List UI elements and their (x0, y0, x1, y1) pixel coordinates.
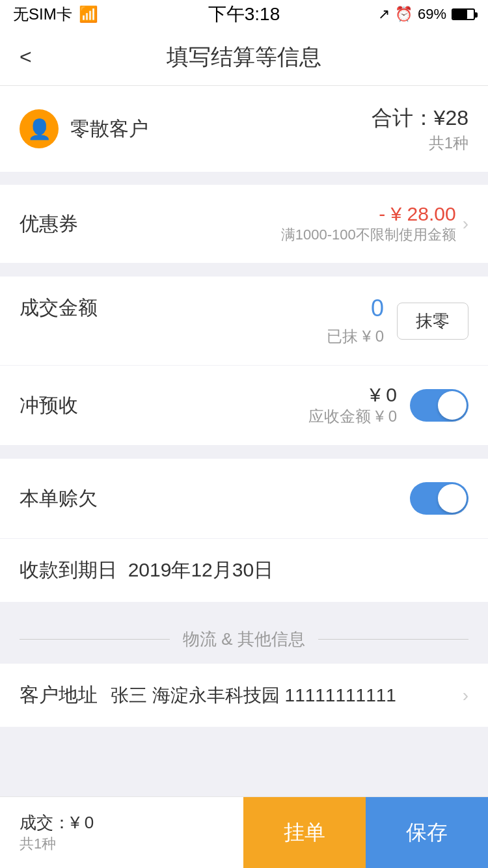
prepayment-toggle[interactable] (410, 389, 468, 422)
coupon-chevron-icon: › (463, 213, 468, 234)
status-left: 无SIM卡 📶 (13, 4, 98, 25)
sim-text: 无SIM卡 (13, 4, 72, 25)
transaction-row: 成交金额 0 已抹 ¥ 0 抹零 (0, 277, 488, 366)
status-time: 下午3:18 (208, 2, 280, 27)
bottom-bar: 成交：¥ 0 共1种 挂单 保存 (0, 796, 488, 868)
save-button[interactable]: 保存 (366, 797, 488, 868)
prepayment-row: 冲预收 ¥ 0 应收金额 ¥ 0 (0, 366, 488, 446)
coupon-label: 优惠券 (20, 211, 78, 237)
avatar-icon: 👤 (27, 118, 51, 141)
battery-percent: 69% (418, 6, 446, 23)
round-button[interactable]: 抹零 (397, 303, 468, 340)
header-line-left (20, 639, 170, 640)
content-area: 👤 零散客户 合计：¥28 共1种 优惠券 - ¥ 28.00 满1000-10… (0, 86, 488, 868)
divider-3 (0, 446, 488, 459)
bottom-transaction: 成交：¥ 0 (20, 811, 224, 834)
bottom-count: 共1种 (20, 834, 224, 854)
page-title: 填写结算等信息 (167, 42, 321, 72)
credit-toggle-knob (438, 484, 467, 513)
customer-name: 零散客户 (70, 116, 148, 142)
address-row[interactable]: 客户地址 张三 海淀永丰科技园 11111111111 › (0, 664, 488, 727)
transaction-label: 成交金额 (20, 295, 98, 321)
customer-section: 👤 零散客户 合计：¥28 共1种 (0, 86, 488, 172)
header-line-right (318, 639, 468, 640)
prepayment-sub: 应收金额 ¥ 0 (308, 406, 397, 427)
transaction-section: 成交金额 0 已抹 ¥ 0 抹零 冲预收 ¥ 0 应收金额 ¥ 0 (0, 277, 488, 446)
toggle-knob (438, 391, 467, 420)
prepayment-right: ¥ 0 应收金额 ¥ 0 (308, 384, 468, 427)
nav-bar: < 填写结算等信息 (0, 29, 488, 86)
transaction-value-col: 0 已抹 ¥ 0 (327, 295, 384, 347)
credit-toggle[interactable] (410, 482, 468, 515)
back-button[interactable]: < (20, 45, 32, 69)
coupon-amount: - ¥ 28.00 (281, 203, 456, 225)
bottom-info: 成交：¥ 0 共1种 (0, 811, 243, 854)
prepayment-label: 冲预收 (20, 392, 78, 419)
prepayment-values: ¥ 0 应收金额 ¥ 0 (308, 384, 397, 427)
customer-info: 👤 零散客户 (20, 109, 148, 148)
due-date-label: 收款到期日 2019年12月30日 (20, 559, 273, 580)
due-date-row: 收款到期日 2019年12月30日 (0, 538, 488, 602)
transaction-right: 0 已抹 ¥ 0 抹零 (327, 295, 468, 347)
status-bar: 无SIM卡 📶 下午3:18 ↗ ⏰ 69% (0, 0, 488, 29)
bottom-buttons: 挂单 保存 (243, 797, 488, 868)
transaction-value: 0 (327, 295, 384, 322)
prepayment-amount: ¥ 0 (308, 384, 397, 406)
wifi-icon: 📶 (79, 5, 98, 23)
customer-avatar: 👤 (20, 109, 59, 148)
transaction-sub: 已抹 ¥ 0 (327, 326, 384, 347)
coupon-desc: 满1000-100不限制使用金额 (281, 225, 456, 245)
battery-icon (452, 8, 475, 20)
total-count: 共1种 (372, 133, 468, 154)
logistics-header: 物流 & 其他信息 (0, 615, 488, 664)
address-value: 张三 海淀永丰科技园 11111111111 (111, 683, 463, 708)
divider-1 (0, 172, 488, 185)
total-amount: 合计：¥28 (372, 104, 468, 133)
coupon-row[interactable]: 优惠券 - ¥ 28.00 满1000-100不限制使用金额 › (0, 185, 488, 264)
credit-row: 本单赊欠 (0, 459, 488, 538)
hold-button[interactable]: 挂单 (243, 797, 366, 868)
customer-total: 合计：¥28 共1种 (372, 104, 468, 154)
status-right: ↗ ⏰ 69% (378, 6, 475, 23)
coupon-right: - ¥ 28.00 满1000-100不限制使用金额 › (281, 203, 468, 245)
address-label: 客户地址 (20, 682, 98, 709)
address-chevron-icon: › (463, 685, 468, 706)
divider-4 (0, 602, 488, 615)
location-icon: ↗ (378, 6, 390, 23)
divider-2 (0, 264, 488, 277)
alarm-icon: ⏰ (395, 6, 413, 23)
coupon-value-col: - ¥ 28.00 满1000-100不限制使用金额 (281, 203, 456, 245)
logistics-header-text: 物流 & 其他信息 (183, 628, 305, 651)
credit-label: 本单赊欠 (20, 485, 98, 512)
